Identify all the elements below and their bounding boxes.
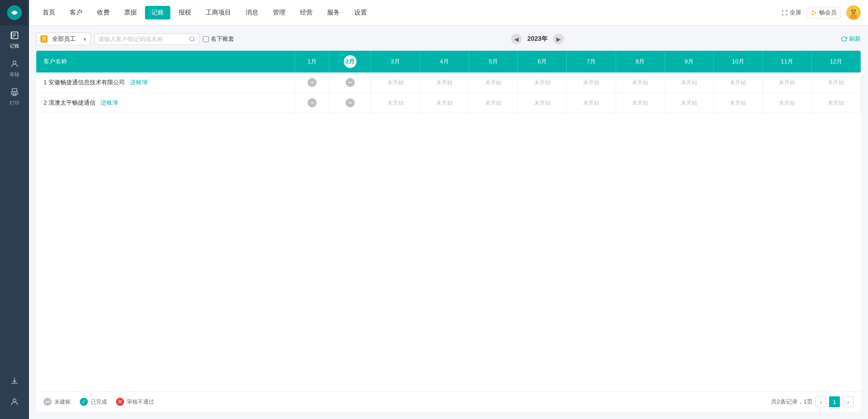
nav-service[interactable]: 服务 (321, 6, 346, 19)
cell-aug: 未开始 (616, 72, 665, 93)
cell-feb: − (329, 93, 371, 113)
table-scroll: 客户名称 1月 2月 3月 4月 5月 6月 7月 8月 (36, 51, 861, 391)
prev-year-button[interactable]: ◀ (511, 34, 522, 44)
enter-ledger-link[interactable]: 进账簿 (101, 99, 118, 106)
audit-icon (8, 58, 21, 69)
status-not-started: 未开始 (681, 100, 697, 106)
page-1-button[interactable]: 1 (829, 396, 840, 407)
member-button[interactable]: 畅会员 (807, 7, 841, 19)
svg-marker-11 (812, 10, 816, 15)
svg-point-10 (13, 399, 16, 402)
nav-operation[interactable]: 经营 (294, 6, 319, 19)
svg-rect-7 (12, 89, 17, 92)
svg-point-17 (190, 37, 194, 41)
status-not-started: 未开始 (632, 79, 648, 86)
status-not-started: 未开始 (387, 100, 404, 106)
not-built-icon (43, 398, 52, 406)
refresh-label: 刷新 (849, 35, 861, 43)
client-index: 2 (43, 99, 48, 106)
refresh-icon (841, 36, 847, 42)
cell-sep: 未开始 (665, 93, 714, 113)
status-not-started: 未开始 (534, 100, 550, 106)
sidebar-item-user-bottom[interactable] (0, 393, 29, 412)
nav-settings[interactable]: 设置 (348, 6, 373, 19)
col-jan: 1月 (295, 51, 329, 72)
prev-page-button[interactable]: ‹ (815, 396, 826, 407)
status-not-started: 未开始 (436, 100, 453, 106)
nav-client[interactable]: 客户 (63, 6, 89, 19)
main-table: 客户名称 1月 2月 3月 4月 5月 6月 7月 8月 (36, 51, 861, 113)
client-index: 1 (43, 79, 48, 86)
table-row: 1 安徽畅捷通信息技术有限公司 进账簿 −−未开始未开始未开始未开始未开始未开始… (36, 72, 861, 93)
status-minus-icon: − (308, 98, 317, 107)
sidebar-item-print[interactable]: 打印 (0, 82, 29, 111)
ledger-icon (8, 30, 21, 41)
sidebar-item-ledger[interactable]: 记账 (0, 25, 29, 54)
not-built-label: 未建账 (54, 398, 71, 406)
avatar-image (847, 6, 860, 19)
status-not-started: 未开始 (779, 100, 795, 106)
table-container: 客户名称 1月 2月 3月 4月 5月 6月 7月 8月 (36, 51, 861, 412)
member-label: 畅会员 (819, 9, 837, 17)
table-row: 2 漠澳太平畅捷通信 进账簿 −−未开始未开始未开始未开始未开始未开始未开始未开… (36, 93, 861, 113)
sidebar-item-audit[interactable]: 审核 (0, 54, 29, 82)
svg-point-14 (850, 14, 858, 19)
status-minus-icon: − (308, 78, 317, 87)
svg-point-16 (854, 10, 856, 11)
cell-feb: − (329, 72, 371, 93)
status-minus-icon: − (346, 78, 355, 87)
sidebar: 记账 审核 打印 (0, 0, 29, 419)
table-footer: 未建账 ✓ 已完成 ✕ 审核不通过 共2条记录，1页 ‹ 1 › (36, 391, 861, 412)
topnav: 首页 客户 收费 票据 记账 报税 工商项目 消息 管理 经营 服务 设置 全屏 (29, 0, 868, 25)
nav-invoice[interactable]: 票据 (118, 6, 143, 19)
failed-label: 审核不通过 (127, 398, 154, 406)
employee-select[interactable]: 员 全部员工 ▾ (36, 33, 91, 45)
completed-label: 已完成 (91, 398, 107, 406)
nav-business[interactable]: 工商项目 (199, 6, 237, 19)
sidebar-item-ledger-label: 记账 (10, 43, 19, 49)
nav-billing[interactable]: 收费 (91, 6, 116, 19)
svg-rect-19 (45, 401, 50, 402)
col-feb: 2月 (329, 51, 371, 72)
search-button[interactable] (189, 36, 195, 42)
col-apr: 4月 (420, 51, 469, 72)
nav-ledger[interactable]: 记账 (145, 6, 170, 19)
status-not-started: 未开始 (730, 100, 746, 106)
col-nov: 11月 (762, 51, 811, 72)
enter-ledger-link[interactable]: 进账簿 (130, 79, 148, 86)
search-icon (189, 36, 195, 42)
table-header: 客户名称 1月 2月 3月 4月 5月 6月 7月 8月 (36, 51, 861, 72)
checkbox-label[interactable]: 名下账套 (203, 35, 234, 43)
cell-dec: 未开始 (811, 72, 860, 93)
status-not-started: 未开始 (436, 79, 453, 86)
fullscreen-button[interactable]: 全屏 (781, 9, 801, 17)
svg-point-6 (13, 61, 16, 64)
next-year-button[interactable]: ▶ (553, 34, 564, 44)
status-not-started: 未开始 (828, 79, 844, 86)
nav-message[interactable]: 消息 (239, 6, 265, 19)
nav-manage[interactable]: 管理 (266, 6, 292, 19)
client-name-text: 安徽畅捷通信息技术有限公司 (48, 79, 125, 86)
nav-home[interactable]: 首页 (36, 6, 62, 19)
avatar[interactable] (846, 5, 861, 20)
status-not-started: 未开始 (387, 79, 404, 86)
cell-dec: 未开始 (811, 93, 860, 113)
nav-tax[interactable]: 报税 (172, 6, 198, 19)
cell-apr: 未开始 (420, 93, 469, 113)
cell-may: 未开始 (469, 72, 518, 93)
search-input[interactable] (98, 36, 189, 43)
fullscreen-label: 全屏 (790, 9, 801, 17)
name-under-checkbox[interactable] (203, 36, 209, 42)
cell-jun: 未开始 (518, 93, 567, 113)
cell-mar: 未开始 (371, 93, 420, 113)
table-body: 1 安徽畅捷通信息技术有限公司 进账簿 −−未开始未开始未开始未开始未开始未开始… (36, 72, 861, 113)
current-month-badge: 2月 (344, 55, 357, 68)
cell-jan: − (295, 93, 329, 113)
next-page-button[interactable]: › (843, 396, 854, 407)
refresh-button[interactable]: 刷新 (841, 35, 861, 43)
status-not-started: 未开始 (534, 79, 550, 86)
status-not-started: 未开始 (779, 79, 795, 86)
cell-client-name: 1 安徽畅捷通信息技术有限公司 进账簿 (36, 72, 295, 93)
sidebar-item-download[interactable] (0, 372, 29, 391)
svg-rect-5 (11, 32, 13, 39)
